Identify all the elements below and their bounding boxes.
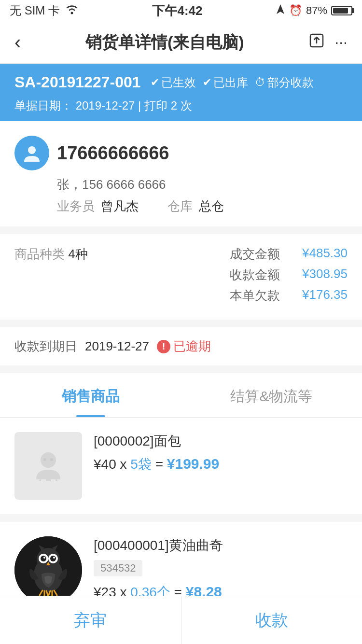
battery-indicator (331, 6, 352, 15)
received-amount-value: ¥308.95 (290, 266, 348, 283)
more-button[interactable]: ··· (334, 33, 348, 51)
clock-icon: ⏱ (255, 76, 265, 89)
due-date-label: 收款到期日 (14, 338, 77, 355)
carrier-text: 无 SIM 卡 (10, 3, 60, 18)
received-amount-label: 收款金额 (230, 266, 280, 283)
bottom-bar: 弃审 收款 (0, 596, 362, 644)
status-bar: 无 SIM 卡 下午4:42 ⏰ 87% (0, 0, 362, 21)
svg-point-2 (28, 146, 36, 154)
deal-amount-label: 成交金额 (230, 246, 280, 263)
nav-actions: ··· (308, 32, 348, 53)
battery-percent: 87% (306, 4, 327, 17)
deal-amount-value: ¥485.30 (290, 246, 348, 263)
product-image-1 (14, 432, 82, 500)
tabs-container: 销售商品 结算&物流等 (0, 373, 362, 418)
customer-section: 17666666666 张，156 6666 6666 业务员 曾凡杰 仓库 总… (0, 121, 362, 226)
date-label: 单据日期： (14, 99, 72, 112)
status-right: ⏰ 87% (276, 3, 352, 18)
banner-top-row: SA-20191227-001 ✔ 已生效 ✔ 已出库 ⏱ 部分收款 (14, 73, 348, 91)
svg-point-3 (41, 452, 56, 468)
amounts-right: 成交金额 ¥485.30 收款金额 ¥308.95 本单欠款 ¥176.35 (230, 246, 348, 308)
check-icon-2: ✔ (203, 76, 211, 89)
badge-shipped-text: 已出库 (213, 75, 248, 90)
badge-effective: ✔ 已生效 (151, 75, 196, 90)
alarm-icon: ⏰ (289, 4, 302, 17)
tab-products[interactable]: 销售商品 (0, 373, 181, 417)
product-card-1: [0000002]面包 ¥40 x 5袋 = ¥199.99 (0, 418, 362, 514)
check-icon-1: ✔ (151, 76, 159, 89)
warehouse-field: 仓库 总仓 (167, 198, 224, 215)
tab-settlement[interactable]: 结算&物流等 (181, 373, 362, 417)
product-image-2 (14, 536, 82, 604)
order-date: 2019-12-27 (76, 99, 135, 112)
status-left: 无 SIM 卡 (10, 3, 79, 18)
product-type-info: 商品种类 4种 (14, 246, 88, 263)
product-placeholder-icon (29, 447, 68, 485)
received-amount-row: 收款金额 ¥308.95 (230, 266, 348, 283)
product-owl-logo (14, 536, 82, 604)
product-info-1: [0000002]面包 ¥40 x 5袋 = ¥199.99 (94, 432, 348, 500)
page-title: 销货单详情(来自电脑) (85, 31, 244, 54)
print-info: | 打印 2 次 (138, 99, 192, 112)
badge-partial-text: 部分收款 (267, 75, 314, 90)
overdue-text: 已逾期 (173, 338, 211, 355)
products-list: [0000002]面包 ¥40 x 5袋 = ¥199.99 (0, 418, 362, 618)
nav-bar: ‹ 销货单详情(来自电脑) ··· (0, 21, 362, 64)
order-id: SA-20191227-001 (14, 73, 141, 91)
badge-effective-text: 已生效 (161, 75, 196, 90)
svg-point-13 (43, 557, 45, 559)
banner-date-row: 单据日期： 2019-12-27 | 打印 2 次 (14, 98, 348, 113)
svg-point-0 (71, 12, 73, 14)
wifi-icon (65, 4, 79, 17)
customer-info-row: 业务员 曾凡杰 仓库 总仓 (57, 198, 348, 215)
svg-point-14 (53, 557, 55, 559)
warehouse-value: 总仓 (199, 199, 224, 213)
product-equals-1: = (155, 457, 167, 472)
svg-point-11 (41, 556, 46, 561)
badge-shipped: ✔ 已出库 (203, 75, 248, 90)
location-icon (276, 3, 285, 18)
product-name-1: [0000002]面包 (94, 432, 348, 450)
customer-phone: 17666666666 (57, 143, 169, 164)
owed-amount-label: 本单欠款 (230, 287, 280, 304)
product-base-price-1: ¥40 x (94, 457, 130, 472)
cancel-button[interactable]: 弃审 (0, 596, 181, 644)
due-date-section: 收款到期日 2019-12-27 ! 已逾期 (0, 327, 362, 365)
deal-amount-row: 成交金额 ¥485.30 (230, 246, 348, 263)
warehouse-label: 仓库 (167, 199, 193, 213)
product-total-1: ¥199.99 (167, 456, 219, 472)
svg-point-12 (50, 556, 56, 561)
status-badges: ✔ 已生效 ✔ 已出库 ⏱ 部分收款 (151, 75, 314, 90)
sales-rep-field: 业务员 曾凡杰 (57, 198, 139, 215)
product-qty-1: 5袋 (130, 457, 152, 472)
svg-point-4 (43, 458, 46, 461)
customer-avatar (14, 136, 49, 170)
product-type-label: 商品种类 (14, 247, 65, 261)
svg-point-5 (50, 458, 53, 461)
share-button[interactable] (308, 32, 325, 53)
status-time: 下午4:42 (152, 2, 202, 19)
customer-top-row: 17666666666 (14, 136, 348, 170)
customer-contact-detail: 张，156 6666 6666 (57, 176, 348, 193)
sales-rep-label: 业务员 (57, 199, 95, 213)
product-sku-2: 534532 (94, 560, 142, 576)
sales-rep-value: 曾凡杰 (101, 199, 139, 213)
owed-amount-value: ¥176.35 (290, 287, 348, 304)
back-button[interactable]: ‹ (14, 31, 21, 53)
overdue-icon: ! (157, 340, 170, 353)
product-info-2: [000400001]黄油曲奇 534532 ¥23 x 0.36个 = ¥8.… (94, 536, 348, 604)
product-type-count: 4种 (68, 247, 87, 261)
order-header-banner: SA-20191227-001 ✔ 已生效 ✔ 已出库 ⏱ 部分收款 单据日期：… (0, 64, 362, 121)
product-name-2: [000400001]黄油曲奇 (94, 536, 348, 555)
confirm-button[interactable]: 收款 (181, 596, 362, 644)
due-date-value: 2019-12-27 (85, 339, 149, 354)
product-price-row-1: ¥40 x 5袋 = ¥199.99 (94, 455, 348, 474)
badge-partial-payment: ⏱ 部分收款 (255, 75, 314, 90)
amounts-section: 商品种类 4种 成交金额 ¥485.30 收款金额 ¥308.95 本单欠款 ¥… (0, 234, 362, 320)
overdue-badge: ! 已逾期 (157, 338, 211, 355)
owed-amount-row: 本单欠款 ¥176.35 (230, 287, 348, 304)
